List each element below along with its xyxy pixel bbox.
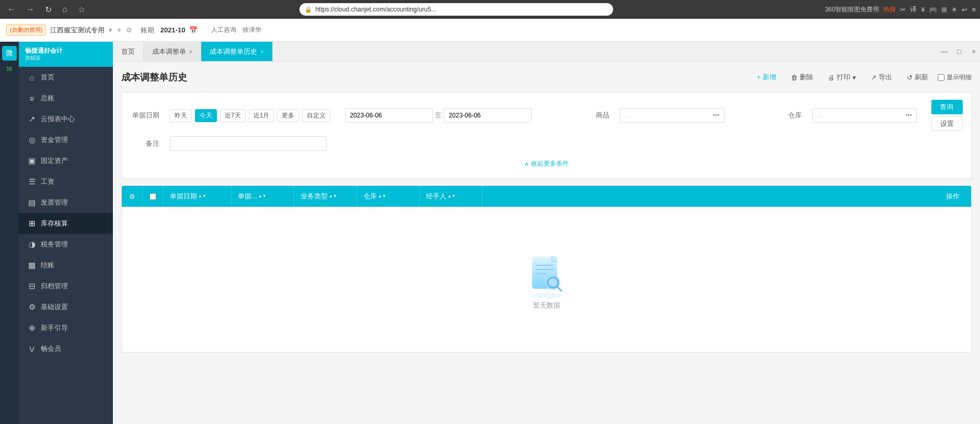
sidebar-item-inventory-label: 库存核算 xyxy=(41,219,68,228)
collapse-label: 收起更多条件 xyxy=(531,159,569,168)
date-7days-btn[interactable]: 近7天 xyxy=(220,109,246,122)
wallet-icon[interactable]: ¥ xyxy=(921,6,925,14)
date-yesterday-btn[interactable]: 昨天 xyxy=(170,109,192,122)
th-type[interactable]: 业务类型 ▲▼ xyxy=(294,186,357,207)
sidebar-item-guide[interactable]: ⊕ 新手引导 xyxy=(19,317,113,338)
th-settings[interactable]: ⚙ xyxy=(122,186,143,207)
sidebar-item-closing[interactable]: ▩ 结账 xyxy=(19,255,113,276)
date-from-input[interactable] xyxy=(345,108,433,123)
show-columns-label[interactable]: 显示明细 xyxy=(938,73,972,82)
settings-button[interactable]: 设置 xyxy=(931,116,963,131)
tab-cost-adjust[interactable]: 成本调整单 × xyxy=(144,42,201,61)
date-custom-btn[interactable]: 自定义 xyxy=(302,109,330,122)
back-button[interactable]: ← xyxy=(4,4,19,15)
close-button[interactable]: × xyxy=(967,45,980,58)
address-bar[interactable]: 🔒 https://cloud.chanjet.com/accounting/u… xyxy=(299,3,613,16)
settings-gear-icon[interactable]: ⚙ xyxy=(126,26,132,34)
help-button[interactable]: 人工咨询 xyxy=(211,26,236,34)
th-handler-sort[interactable]: 经手人 ▲▼ xyxy=(426,192,456,201)
empty-state: 暂无数据 xyxy=(122,207,971,352)
forward-button[interactable]: → xyxy=(23,4,38,15)
th-num[interactable]: 单据... ▲▼ xyxy=(232,186,294,207)
goods-select[interactable]: ... ••• xyxy=(620,108,724,123)
sidebar-item-member[interactable]: V 畅会员 xyxy=(19,338,113,359)
th-date[interactable]: 单据日期 ▲▼ xyxy=(164,186,232,207)
tab-cost-adjust-history[interactable]: 成本调整单历史 × xyxy=(201,42,272,61)
date-today-btn[interactable]: 今天 xyxy=(195,109,217,122)
th-date-sort[interactable]: 单据日期 ▲▼ xyxy=(170,192,206,201)
sidebar-item-home-label: 首页 xyxy=(41,73,54,82)
export-button[interactable]: ↗ 导出 xyxy=(866,70,897,85)
ssl-icon: 🔒 xyxy=(305,6,312,13)
main-layout: 微 ✉ 畅捷通好会计 旗舰版 ⌂ 首页 ≡ 总账 ↗ 云报表中心 xyxy=(0,42,980,424)
sidebar-item-tax[interactable]: ◑ 税务管理 xyxy=(19,234,113,255)
brightness-icon[interactable]: ☀ xyxy=(951,6,958,14)
remark-input[interactable] xyxy=(170,136,327,151)
add-icon[interactable]: + xyxy=(117,26,121,35)
sidebar-item-salary[interactable]: ☰ 工资 xyxy=(19,171,113,192)
empty-text: 暂无数据 xyxy=(533,301,560,310)
translate-icon[interactable]: 译 xyxy=(910,5,917,14)
menu-icon[interactable]: ≡ xyxy=(972,6,976,14)
th-checkbox[interactable] xyxy=(143,186,164,207)
sidebar-item-inventory[interactable]: ⊞ 库存核算 xyxy=(19,213,113,234)
th-warehouse[interactable]: 仓库 ▲▼ xyxy=(357,186,420,207)
th-num-sort[interactable]: 单据... ▲▼ xyxy=(238,192,267,201)
warehouse-sort-arrows: ▲▼ xyxy=(378,194,386,198)
sidebar-item-fixed[interactable]: ▣ 固定资产 xyxy=(19,150,113,171)
query-button[interactable]: 查询 xyxy=(931,100,963,114)
grid-icon[interactable]: ⊞ xyxy=(941,6,947,14)
sidebar-item-invoice-label: 发票管理 xyxy=(41,198,68,207)
funds-icon: ◎ xyxy=(27,135,37,145)
sidebar-item-reports[interactable]: ↗ 云报表中心 xyxy=(19,109,113,129)
th-type-sort[interactable]: 业务类型 ▲▼ xyxy=(301,192,337,201)
left-icon-weibo[interactable]: 微 xyxy=(2,46,17,61)
sidebar-item-home[interactable]: ⌂ 首页 xyxy=(19,67,113,88)
sidebar-item-archive[interactable]: ⊟ 归档管理 xyxy=(19,276,113,297)
reload-button[interactable]: ↻ xyxy=(42,4,55,16)
tab-cost-adjust-history-close[interactable]: × xyxy=(260,49,263,55)
bookmark-button[interactable]: ☆ xyxy=(75,4,88,16)
maximize-button[interactable]: □ xyxy=(953,45,965,58)
home-button[interactable]: ⌂ xyxy=(59,4,71,15)
scissors-icon[interactable]: ✂ xyxy=(900,6,906,14)
warehouse-filter-label: 仓库 xyxy=(773,111,802,120)
tab-cost-adjust-close[interactable]: × xyxy=(189,49,192,55)
filter-panel: 单据日期 昨天 今天 近7天 近1月 更多 自定义 至 xyxy=(121,92,972,179)
sidebar-item-closing-label: 结账 xyxy=(41,261,54,270)
user-actions: 人工咨询 徐泽华 xyxy=(211,26,261,34)
new-button[interactable]: + 新增 xyxy=(752,70,781,85)
inventory-icon: ⊞ xyxy=(27,219,37,228)
refresh-button[interactable]: ↺ 刷新 xyxy=(902,70,933,85)
sidebar-item-settings[interactable]: ⚙ 基础设置 xyxy=(19,297,113,317)
warehouse-select[interactable]: ... ••• xyxy=(812,108,917,123)
minimize-button[interactable]: — xyxy=(938,45,951,58)
date-to-input[interactable] xyxy=(444,108,532,123)
left-icon-wechat[interactable]: ✉ xyxy=(2,62,17,76)
sidebar-item-ledger[interactable]: ≡ 总账 xyxy=(19,88,113,109)
collapse-button[interactable]: ∧ 收起更多条件 xyxy=(524,156,569,171)
sidebar-logo[interactable]: 畅捷通好会计 旗舰版 xyxy=(19,42,113,67)
sidebar-item-funds[interactable]: ◎ 资金管理 xyxy=(19,129,113,150)
remark-filter-label: 备注 xyxy=(130,139,159,148)
print-button[interactable]: 🖨 打印 ▾ xyxy=(823,70,861,85)
tab-home-label: 首页 xyxy=(121,47,135,56)
date-more-btn[interactable]: 更多 xyxy=(277,109,299,122)
sidebar-item-invoice[interactable]: ▤ 发票管理 xyxy=(19,192,113,213)
select-all-checkbox[interactable] xyxy=(149,193,156,200)
calendar-icon[interactable]: 📅 xyxy=(189,26,198,34)
th-handler[interactable]: 经手人 ▲▼ xyxy=(420,186,482,207)
th-handler-label: 经手人 xyxy=(426,192,446,201)
username-display[interactable]: 徐泽华 xyxy=(243,26,261,34)
refresh-icon: ↺ xyxy=(907,74,913,81)
undo-icon[interactable]: ↩ xyxy=(962,6,967,14)
date-1month-btn[interactable]: 近1月 xyxy=(249,109,274,122)
th-warehouse-sort[interactable]: 仓库 ▲▼ xyxy=(363,192,386,201)
tab-home[interactable]: 首页 xyxy=(113,42,144,61)
collapse-area: ∧ 收起更多条件 xyxy=(130,156,963,171)
show-columns-checkbox[interactable] xyxy=(938,74,944,81)
company-dropdown-icon[interactable]: ▾ xyxy=(109,26,112,34)
tab-bar: 首页 成本调整单 × 成本调整单历史 × — □ × xyxy=(113,42,980,62)
gamepad-icon[interactable]: 🎮 xyxy=(929,6,937,14)
delete-button[interactable]: 🗑 删除 xyxy=(786,70,818,85)
